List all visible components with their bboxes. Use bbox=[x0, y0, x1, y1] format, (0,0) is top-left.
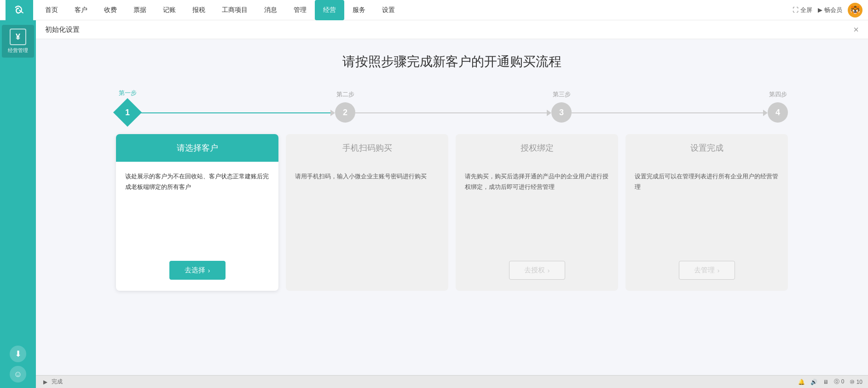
card-3-footer: 去授权 › bbox=[456, 253, 618, 291]
sidebar-bottom: ⬇ ☺ bbox=[10, 346, 26, 382]
step-area: 请按照步骤完成新客户的开通购买流程 第一步 1 bbox=[36, 39, 868, 375]
download-btn[interactable]: ⬇ bbox=[10, 346, 26, 362]
step-3-indicator: 第三步 3 bbox=[551, 90, 572, 123]
step-card-3: 授权绑定 请先购买，购买后选择开通的产品中的企业用户进行授权绑定，成功后即可进行… bbox=[456, 134, 618, 291]
connector-2 bbox=[355, 97, 551, 116]
card-4-header: 设置完成 bbox=[625, 134, 788, 162]
play-icon: ▶ bbox=[43, 379, 47, 385]
nav-settings[interactable]: 设置 bbox=[374, 0, 403, 20]
step-1-indicator: 第一步 1 bbox=[116, 89, 139, 124]
step-2-label: 第二步 bbox=[336, 90, 354, 99]
connector-3 bbox=[572, 97, 768, 116]
nav-items: 首页 客户 收费 票据 记账 报税 工商项目 消息 管理 经营 服务 设置 bbox=[37, 0, 793, 20]
sidebar-label-operation: 经营管理 bbox=[8, 47, 28, 54]
card-1-body: 该处展示的客户为不在回收站、客户状态正常建账后完成老板端绑定的所有客户 bbox=[116, 162, 278, 253]
card-1-footer: 去选择 › bbox=[116, 253, 278, 291]
nav-right: ⛶ 全屏 ▶ 畅会员 🐯 bbox=[793, 3, 862, 18]
card-3-body: 请先购买，购买后选择开通的产品中的企业用户进行授权绑定，成功后即可进行经营管理 bbox=[456, 162, 618, 253]
card-3-header: 授权绑定 bbox=[456, 134, 618, 162]
steps-visual: 第一步 1 第二步 2 bbox=[116, 89, 788, 124]
close-button[interactable]: × bbox=[853, 25, 859, 34]
page-title: 初始化设置 bbox=[45, 25, 80, 34]
nav-charge[interactable]: 收费 bbox=[96, 0, 125, 20]
nav-account[interactable]: 记账 bbox=[155, 0, 184, 20]
step-heading: 请按照步骤完成新客户的开通购买流程 bbox=[342, 53, 561, 71]
sidebar: ¥ 经营管理 ⬇ ☺ bbox=[0, 20, 36, 388]
support-btn[interactable]: ☺ bbox=[10, 366, 26, 382]
card-4-footer: 去管理 › bbox=[625, 253, 788, 291]
step-2-indicator: 第二步 2 bbox=[335, 90, 355, 123]
yuan-icon: ¥ bbox=[10, 29, 26, 45]
step-3-label: 第三步 bbox=[553, 90, 571, 99]
status-left: ▶ 完成 bbox=[41, 378, 63, 386]
nav-service[interactable]: 服务 bbox=[344, 0, 374, 20]
sidebar-item-operation[interactable]: ¥ 经营管理 bbox=[2, 25, 34, 58]
main-content: 初始化设置 × 请按照步骤完成新客户的开通购买流程 第一步 1 bbox=[36, 20, 868, 388]
go-manage-button[interactable]: 去管理 › bbox=[679, 261, 735, 280]
step-card-4: 设置完成 设置完成后可以在管理列表进行所有企业用户的经营管理 去管理 › bbox=[625, 134, 788, 291]
card-4-body: 设置完成后可以在管理列表进行所有企业用户的经营管理 bbox=[625, 162, 788, 253]
page-header: 初始化设置 × bbox=[36, 20, 868, 39]
nav-home[interactable]: 首页 bbox=[37, 0, 66, 20]
step-card-2: 手机扫码购买 请用手机扫码，输入小微企业主账号密码进行购买 bbox=[286, 134, 448, 291]
step-card-1: 请选择客户 该处展示的客户为不在回收站、客户状态正常建账后完成老板端绑定的所有客… bbox=[116, 134, 278, 291]
main-layout: ¥ 经营管理 ⬇ ☺ 初始化设置 × 请按照步骤完成新客户的开通购买流程 第一步 bbox=[0, 20, 868, 388]
volume-icon: 🔊 bbox=[810, 379, 817, 385]
status-text: 完成 bbox=[52, 378, 63, 386]
fullscreen-btn[interactable]: ⛶ 全屏 bbox=[793, 6, 812, 14]
screen-icon: 🖥 bbox=[823, 379, 828, 385]
nav-manage[interactable]: 管理 bbox=[285, 0, 315, 20]
go-select-button[interactable]: 去选择 › bbox=[169, 261, 226, 280]
nav-operation[interactable]: 经营 bbox=[315, 0, 344, 20]
play-button[interactable]: ▶ bbox=[41, 378, 49, 386]
step-1-label: 第一步 bbox=[119, 89, 137, 97]
connector-1 bbox=[139, 97, 335, 116]
card-2-header: 手机扫码购买 bbox=[286, 134, 448, 162]
notification-icon: 🔔 bbox=[798, 379, 805, 385]
status-count-10: ⑩ 10 bbox=[850, 379, 862, 385]
step-2-circle: 2 bbox=[335, 102, 355, 123]
nav-tax[interactable]: 报税 bbox=[184, 0, 214, 20]
cards-row: 请选择客户 该处展示的客户为不在回收站、客户状态正常建账后完成老板端绑定的所有客… bbox=[116, 134, 788, 291]
member-btn[interactable]: ▶ 畅会员 bbox=[818, 6, 842, 14]
nav-biz[interactable]: 工商项目 bbox=[214, 0, 256, 20]
top-nav: 首页 客户 收费 票据 记账 报税 工商项目 消息 管理 经营 服务 设置 ⛶ … bbox=[0, 0, 868, 20]
card-1-header: 请选择客户 bbox=[116, 134, 278, 162]
step-4-circle: 4 bbox=[768, 102, 788, 123]
go-authorize-button[interactable]: 去授权 › bbox=[509, 261, 565, 280]
step-4-indicator: 第四步 4 bbox=[768, 90, 788, 123]
play-icon: ▶ bbox=[818, 6, 822, 13]
status-right: 🔔 🔊 🖥 ⓪ 0 ⑩ 10 bbox=[798, 378, 862, 386]
card-2-footer bbox=[286, 272, 448, 291]
step-3-circle: 3 bbox=[551, 102, 572, 123]
fullscreen-icon: ⛶ bbox=[793, 6, 799, 13]
card-2-body: 请用手机扫码，输入小微企业主账号密码进行购买 bbox=[286, 162, 448, 272]
status-count-0: ⓪ 0 bbox=[834, 378, 844, 386]
app-logo bbox=[6, 0, 33, 20]
status-bar: ▶ 完成 🔔 🔊 🖥 ⓪ 0 ⑩ 10 bbox=[36, 375, 868, 388]
nav-message[interactable]: 消息 bbox=[256, 0, 285, 20]
user-avatar[interactable]: 🐯 bbox=[848, 3, 862, 18]
step-1-diamond: 1 bbox=[116, 101, 139, 124]
nav-customer[interactable]: 客户 bbox=[66, 0, 96, 20]
nav-ticket[interactable]: 票据 bbox=[125, 0, 155, 20]
step-4-label: 第四步 bbox=[769, 90, 787, 99]
